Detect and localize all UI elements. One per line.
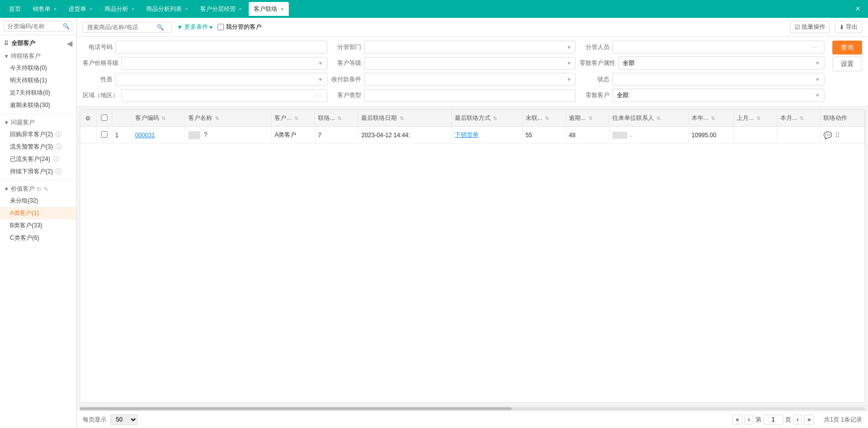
col-contact-sort: ⇅	[337, 115, 341, 121]
section-problem-arrow: ▼	[4, 120, 9, 125]
dept-select[interactable]: ▼	[364, 41, 576, 54]
col-last-method[interactable]: 最后联络方式 ⇅	[452, 110, 523, 127]
next-page-button[interactable]: ›	[793, 415, 802, 425]
my-customers-checkbox[interactable]: 我分管的客户	[217, 23, 262, 31]
col-uncontacted-sort: ⇅	[545, 115, 549, 121]
section-pending-contact[interactable]: ▼ 待联络客户	[0, 50, 76, 62]
nature-down-icon: ▼	[318, 77, 323, 82]
filter-cell-phone: 电话号码	[83, 41, 327, 54]
col-checkbox	[96, 110, 112, 127]
payment-select[interactable]: ▼	[364, 73, 576, 86]
filter-cell-payment: 收付款条件 ▼	[331, 73, 576, 86]
customer-type-label: 客户类型	[331, 91, 361, 100]
col-code[interactable]: 客户编码 ⇅	[132, 110, 185, 127]
nav-home[interactable]: 首页	[4, 2, 26, 16]
customer-grade-select[interactable]: ▼	[364, 57, 576, 70]
sidebar-item-churn-warning[interactable]: 流失预警客户(3) ⓘ	[0, 141, 76, 153]
row-uncontacted: 55	[522, 127, 566, 144]
prev-page-button[interactable]: ‹	[745, 415, 754, 425]
col-last-date[interactable]: 最后联络日期 ⇅	[358, 110, 452, 127]
current-page-input[interactable]	[763, 415, 783, 425]
nav-purchase[interactable]: 进货单 ×	[63, 2, 97, 16]
batch-ops-button[interactable]: ☑ 批量操作	[790, 21, 830, 33]
my-customers-check[interactable]	[217, 24, 224, 30]
status-select[interactable]: ▼	[612, 73, 824, 86]
manager-input[interactable]: ···	[612, 41, 824, 54]
close-product-analysis-icon[interactable]: ×	[131, 6, 134, 12]
col-category[interactable]: 客户... ⇅	[271, 110, 315, 127]
row-last-method-link[interactable]: 下销货单	[455, 131, 479, 138]
filter-icon: ▼	[177, 24, 183, 31]
price-grade-select[interactable]: ▼	[121, 57, 327, 70]
export-button[interactable]: ⬇ 导出	[835, 21, 862, 33]
filter-cell-price-grade: 客户价格等级 ▼	[83, 57, 327, 70]
close-customer-segment-icon[interactable]: ×	[239, 6, 242, 12]
retail-customer-select[interactable]: 全部 ▼	[612, 89, 824, 102]
section-problem-customers[interactable]: ▼ 问题客户	[0, 116, 76, 128]
nature-select[interactable]: ▼	[115, 73, 327, 86]
filter-row-3: 性质 ▼ 收付款条件 ▼ 状态	[83, 73, 824, 86]
col-contact[interactable]: 联络... ⇅	[315, 110, 358, 127]
page-label: 第	[756, 416, 761, 424]
sidebar-search-icon: 🔍	[62, 23, 70, 30]
col-current-month[interactable]: 本月... ⇅	[777, 110, 820, 127]
col-action: 联络动作	[820, 110, 865, 127]
nav-sales[interactable]: 销售单 ×	[28, 2, 61, 16]
settings-button[interactable]: 设置	[832, 56, 862, 71]
sidebar-item-7days[interactable]: 近7天待联络(0)	[0, 87, 76, 99]
col-current-year[interactable]: 本年... ⇅	[688, 110, 733, 127]
sidebar-item-b-class[interactable]: B类客户(33)	[0, 219, 76, 232]
retail-attr-select[interactable]: 全部 ▼	[618, 56, 824, 70]
sidebar-item-unclassified[interactable]: 未分组(32)	[0, 195, 76, 207]
col-unit-contact[interactable]: 往来单位联系人 ⇅	[609, 110, 688, 127]
sidebar-collapse-icon[interactable]: ◀	[67, 40, 72, 48]
close-product-analysis-list-icon[interactable]: ×	[185, 6, 188, 12]
all-customers-header: ⠿ 全部客户 ◀	[0, 35, 76, 50]
filter-search-input[interactable]	[87, 24, 157, 31]
col-uncontacted[interactable]: 未联... ⇅	[522, 110, 566, 127]
customer-type-input[interactable]	[364, 89, 576, 102]
close-customer-contact-icon[interactable]: ×	[280, 6, 283, 12]
qr-icon[interactable]: ⠿	[835, 131, 840, 139]
row-name[interactable]: ?	[185, 127, 271, 144]
customer-table: ⚙ 客户编码 ⇅ 客户名称 ⇅	[80, 110, 865, 144]
col-code-sort: ⇅	[162, 115, 165, 121]
col-settings[interactable]: ⚙	[80, 110, 96, 127]
table-row: 1 000031 ? A类客户 7 2023-04-12 14:44: 下销货单…	[80, 127, 865, 144]
phone-input[interactable]	[115, 41, 327, 54]
first-page-button[interactable]: «	[732, 415, 743, 425]
row-last-method[interactable]: 下销货单	[452, 127, 523, 144]
last-page-button[interactable]: »	[804, 415, 814, 425]
filter-more-button[interactable]: ▼ 更多条件 ▾	[177, 23, 213, 31]
chat-icon[interactable]: 💬	[823, 131, 832, 139]
close-sales-icon[interactable]: ×	[54, 6, 56, 12]
refresh-icon[interactable]: ↻	[37, 186, 42, 193]
nav-product-analysis[interactable]: 商品分析 ×	[100, 2, 139, 16]
col-name[interactable]: 客户名称 ⇅	[185, 110, 271, 127]
nav-product-analysis-list[interactable]: 商品分析列表 ×	[141, 2, 193, 16]
sidebar-item-repurchase-abnormal[interactable]: 回购异常客户(2) ⓘ	[0, 128, 76, 141]
edit-icon[interactable]: ✎	[44, 186, 49, 193]
sidebar-item-churned[interactable]: 已流失客户(24) ⓘ	[0, 153, 76, 165]
select-all-checkbox[interactable]	[101, 114, 108, 121]
sidebar-item-a-class[interactable]: A类客户(1)	[0, 207, 76, 219]
row-code[interactable]: 000031	[132, 127, 185, 144]
nav-customer-contact[interactable]: 客户联络 ×	[249, 2, 288, 16]
sidebar-item-declining[interactable]: 持续下滑客户(2) ⓘ	[0, 165, 76, 178]
section-value-customers[interactable]: ▼ 价值客户 ↻ ✎	[0, 182, 76, 195]
nav-customer-segment[interactable]: 客户分层经营 ×	[195, 2, 247, 16]
sidebar-item-today[interactable]: 今天待联络(0)	[0, 62, 76, 74]
sidebar-item-c-class[interactable]: C类客户(6)	[0, 232, 76, 244]
col-last-month[interactable]: 上月... ⇅	[734, 110, 777, 127]
row-current-month	[777, 127, 820, 144]
sidebar-item-tomorrow[interactable]: 明天待联络(1)	[0, 74, 76, 87]
close-all-button[interactable]: ×	[852, 4, 864, 13]
region-input[interactable]: ···	[121, 89, 327, 102]
row-checkbox[interactable]	[101, 131, 108, 138]
close-purchase-icon[interactable]: ×	[89, 6, 92, 12]
sidebar-item-overdue[interactable]: 逾期未联络(30)	[0, 99, 76, 111]
row-last-date: 2023-04-12 14:44:	[358, 127, 452, 144]
page-size-select[interactable]: 50 100 200	[110, 414, 138, 425]
query-button[interactable]: 查询	[832, 41, 862, 54]
col-overdue[interactable]: 逾期... ⇅	[566, 110, 609, 127]
